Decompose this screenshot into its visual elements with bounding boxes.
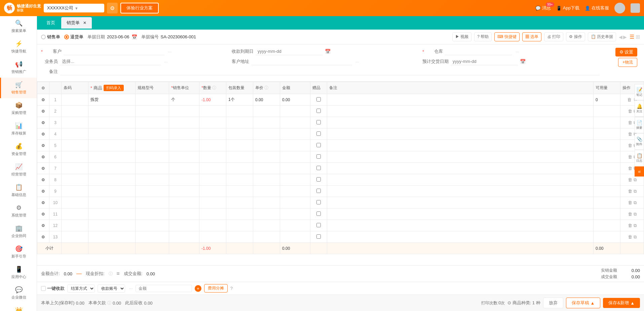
date-value[interactable]: 2023-06-06 [107, 34, 129, 39]
delete-icon[interactable]: 🗑 [628, 120, 632, 125]
row-remark[interactable] [327, 174, 594, 186]
copy-icon[interactable]: ⧉ [634, 223, 637, 228]
delete-icon[interactable]: 🗑 [628, 211, 632, 217]
row-amount[interactable] [280, 186, 310, 197]
row-spec[interactable] [136, 197, 169, 208]
user-menu[interactable] [631, 3, 640, 13]
row-amount[interactable] [280, 197, 310, 208]
gift-checkbox[interactable] [316, 97, 321, 102]
row-product[interactable] [88, 151, 136, 163]
row-qty[interactable] [199, 220, 226, 231]
row-gift[interactable] [310, 106, 327, 117]
row-price[interactable] [253, 174, 280, 186]
row-product[interactable] [88, 128, 136, 140]
operation-btn[interactable]: ⚙ 操作 [566, 32, 585, 41]
gift-checkbox[interactable] [316, 223, 321, 227]
gift-checkbox[interactable] [316, 189, 321, 193]
account-select[interactable]: 收款账号 [98, 284, 125, 293]
row-gift[interactable] [310, 197, 327, 208]
row-product[interactable] [88, 163, 136, 174]
row-unit[interactable] [169, 186, 199, 197]
sidebar-item-marketing[interactable]: 📢 营销推广 [0, 57, 37, 78]
app-download-button[interactable]: 📱 App下载 [556, 5, 579, 11]
row-barcode[interactable] [62, 128, 88, 140]
copy-icon[interactable]: ⧉ [634, 189, 637, 194]
row-qty[interactable] [199, 117, 226, 128]
sidebar-item-shortcut[interactable]: ⚡ 快捷导航 [0, 37, 37, 57]
row-spec[interactable] [136, 220, 169, 231]
row-unit[interactable] [169, 117, 199, 128]
row-barcode[interactable] [62, 140, 88, 151]
row-gift[interactable] [310, 151, 327, 163]
row-amount[interactable]: 0.00 [280, 94, 310, 106]
customer-address-input[interactable] [251, 58, 352, 65]
company-selector[interactable]: XXXXXX公司 ▾ [44, 4, 104, 12]
row-unit[interactable] [169, 140, 199, 151]
row-pack[interactable] [226, 117, 253, 128]
row-product[interactable] [88, 186, 136, 197]
row-barcode[interactable] [62, 208, 88, 220]
row-remark[interactable] [327, 128, 594, 140]
gift-checkbox[interactable] [316, 200, 321, 204]
video-btn[interactable]: ▶ 视频 [452, 32, 471, 41]
row-spec[interactable] [136, 163, 169, 174]
tab-sales-order[interactable]: 销货单 ✕ [61, 17, 92, 29]
row-qty[interactable] [199, 106, 226, 117]
row-product[interactable] [88, 117, 136, 128]
row-price[interactable] [253, 128, 280, 140]
row-price[interactable] [253, 163, 280, 174]
add-payment-button[interactable]: + [195, 285, 201, 292]
salesperson-more-icon[interactable]: ··· [164, 59, 168, 64]
row-qty[interactable] [199, 208, 226, 220]
row-price[interactable] [253, 197, 280, 208]
delete-icon[interactable]: 🗑 [628, 177, 632, 182]
tab-home[interactable]: 首页 [41, 17, 61, 29]
row-settings[interactable]: ⚙ [37, 186, 49, 197]
message-button[interactable]: 💬 消息 99+ [535, 5, 551, 11]
row-remark[interactable] [327, 231, 594, 243]
row-unit[interactable] [169, 128, 199, 140]
row-barcode[interactable] [62, 231, 88, 243]
row-barcode[interactable] [62, 94, 88, 106]
row-qty[interactable] [199, 163, 226, 174]
customer-input[interactable] [64, 48, 164, 55]
row-gift[interactable] [310, 220, 327, 231]
row-barcode[interactable] [62, 106, 88, 117]
row-pack[interactable]: 1个 [226, 94, 253, 106]
gift-checkbox[interactable] [316, 234, 321, 239]
date-calendar-icon[interactable]: 📅 [131, 34, 137, 40]
float-follow-btn[interactable]: 🔔 关注 [635, 101, 644, 117]
row-barcode[interactable] [62, 197, 88, 208]
payment-due-input[interactable] [256, 48, 323, 55]
row-barcode[interactable] [62, 163, 88, 174]
row-spec[interactable] [136, 128, 169, 140]
sidebar-item-finance[interactable]: 💰 资金管理 [0, 139, 37, 160]
row-gift[interactable] [310, 208, 327, 220]
sidebar-item-inventory[interactable]: 📊 库存核算 [0, 119, 37, 139]
row-gift[interactable] [310, 231, 327, 243]
row-product[interactable] [88, 106, 136, 117]
row-settings[interactable]: ⚙ [37, 106, 49, 117]
row-amount[interactable] [280, 128, 310, 140]
row-amount[interactable] [280, 106, 310, 117]
row-qty[interactable] [199, 231, 226, 243]
row-remark[interactable] [327, 208, 594, 220]
delivery-date-input[interactable] [451, 58, 518, 65]
row-settings[interactable]: ⚙ [37, 174, 49, 186]
sidebar-item-search[interactable]: 🔍 搜索菜单 [0, 16, 37, 37]
gift-checkbox[interactable] [316, 109, 321, 113]
gift-checkbox[interactable] [316, 143, 321, 147]
row-gift[interactable] [310, 128, 327, 140]
next-arrow[interactable]: ▶ [623, 34, 627, 40]
draft-button[interactable]: 保存草稿 ▲ [566, 298, 601, 308]
sidebar-item-newuser[interactable]: 🎯 新手引导 [0, 242, 37, 262]
sidebar-item-basic[interactable]: 📋 基础信息 [0, 180, 37, 201]
row-qty[interactable] [199, 174, 226, 186]
row-price[interactable] [253, 231, 280, 243]
row-settings[interactable]: ⚙ [37, 231, 49, 243]
prev-arrow[interactable]: ◀ [619, 34, 622, 40]
row-amount[interactable] [280, 220, 310, 231]
shortcut-btn[interactable]: ⌨ 快捷键 [494, 32, 519, 41]
row-barcode[interactable] [62, 174, 88, 186]
delete-icon[interactable]: 🗑 [628, 143, 632, 148]
